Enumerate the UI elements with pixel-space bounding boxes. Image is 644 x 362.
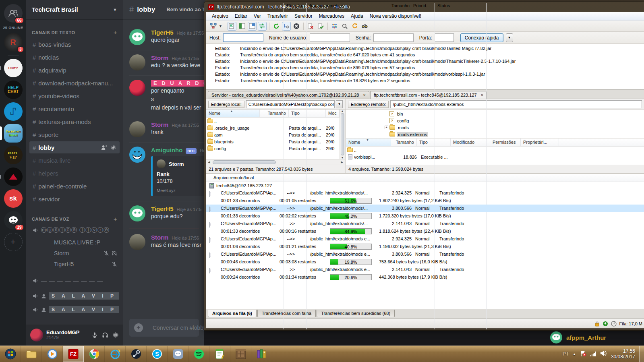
queue-item[interactable]: C:\Users\EduardoMGP\Ap... -->> /public_h…: [206, 220, 644, 235]
server-icon-helpchat[interactable]: HELP CHAT: [4, 81, 23, 99]
cancel-operation-icon[interactable]: [292, 22, 301, 31]
server-icon-techcraft[interactable]: TechCraft Brasil: [4, 124, 23, 143]
file-row[interactable]: .oracle_jre_usage Pasta de arqui... 29/0: [206, 124, 340, 131]
taskbar-chrome[interactable]: [84, 346, 105, 362]
column-header[interactable]: Tamanho: [260, 110, 289, 117]
channel-item[interactable]: # recrutamento: [29, 103, 120, 115]
server-icon-pixelvip[interactable]: PIXEL VIP: [4, 146, 23, 164]
column-header[interactable]: Modificado: [451, 139, 490, 146]
local-address-input[interactable]: C:\Users\EduardoMGP\Desktop\backup cor: [246, 100, 335, 108]
server-icon-triangle[interactable]: [4, 168, 23, 186]
message-author[interactable]: TigerH5: [151, 29, 174, 36]
find-files-icon[interactable]: [360, 22, 369, 31]
queue-tab-failed[interactable]: Transferências com falha: [257, 310, 316, 317]
taskbar-internet-explorer[interactable]: [105, 346, 126, 362]
channel-item[interactable]: # musica-livre: [29, 154, 120, 166]
channel-item[interactable]: # adquiravip: [29, 64, 120, 76]
close-tab-icon[interactable]: ×: [363, 93, 365, 97]
guild-header[interactable]: TechCraft Brasil ▼: [26, 0, 123, 19]
file-row[interactable]: ..: [346, 147, 644, 153]
menu-item[interactable]: Servidor: [291, 12, 316, 20]
encryption-status-icon[interactable]: [603, 321, 609, 327]
avatar[interactable]: [129, 147, 145, 163]
channel-item[interactable]: # youtube-videos: [29, 90, 120, 102]
message-author[interactable]: Storm: [151, 234, 168, 241]
synchronized-browsing-icon[interactable]: [350, 22, 359, 31]
quickconnect-button[interactable]: Conexão rápida: [460, 33, 503, 42]
menu-item[interactable]: Nova versão disponível!: [367, 12, 425, 20]
taskbar-filezilla[interactable]: FZ: [63, 346, 84, 362]
volume-icon[interactable]: [600, 350, 607, 358]
queue-tab-successful[interactable]: Transferências bem sucedidas (68): [317, 310, 395, 317]
menu-item[interactable]: Ver: [251, 12, 264, 20]
voice-channel-salavip-1[interactable]: S A L A V I P: [29, 290, 120, 302]
queue-item[interactable]: C:\Users\EduardoMGP\Ap... -->> /public_h…: [206, 205, 644, 220]
toggle-log-icon[interactable]: [228, 22, 236, 31]
column-header[interactable]: Status: [437, 2, 450, 9]
server-icon-record[interactable]: R 3: [4, 33, 23, 52]
user-avatar[interactable]: [30, 329, 43, 341]
file-row[interactable]: asm Pasta de arqui... 29/0: [206, 131, 340, 138]
taskbar-spotify[interactable]: [188, 346, 209, 362]
queue-tab-files[interactable]: Arquivos na fila (6): [208, 310, 257, 317]
site-manager-dropdown[interactable]: ▼: [219, 24, 222, 28]
avatar[interactable]: [129, 205, 145, 221]
settings-gear-icon[interactable]: [112, 332, 119, 338]
channel-item[interactable]: # servidor: [29, 193, 120, 205]
column-header[interactable]: Tipo: [417, 139, 451, 146]
avatar[interactable]: [129, 54, 145, 70]
column-header[interactable]: ▼Nome: [346, 139, 391, 146]
column-header[interactable]: Moc: [326, 110, 340, 117]
show-hidden-icons[interactable]: ▲: [573, 352, 576, 356]
disconnect-icon[interactable]: [306, 22, 315, 31]
channel-item[interactable]: # noticias: [29, 51, 120, 63]
start-button[interactable]: [0, 346, 21, 362]
message-author[interactable]: Storm: [151, 54, 168, 61]
avatar[interactable]: [129, 80, 145, 96]
local-address-dropdown[interactable]: ▼: [336, 100, 343, 108]
taskbar-skype[interactable]: S: [147, 346, 168, 362]
channel-item[interactable]: # helpers: [29, 167, 120, 179]
server-icon-discord[interactable]: 19: [4, 211, 23, 230]
close-tab-icon[interactable]: ×: [481, 93, 483, 97]
file-row[interactable]: vorbisspi... 18.826 Executable ...: [346, 153, 644, 160]
refresh-icon[interactable]: [272, 22, 281, 31]
voice-channel-musica[interactable]: ⓜⓤⓢⓘⓒⓐ ⓛⓘⓥⓡⓔ: [29, 225, 120, 236]
file-row[interactable]: ..: [206, 118, 340, 124]
speed-limit-icon[interactable]: [611, 321, 617, 327]
language-indicator[interactable]: PT: [563, 351, 569, 357]
tree-item[interactable]: ?config: [346, 117, 644, 124]
taskbar-explorer[interactable]: [21, 346, 42, 362]
message-author[interactable]: TigerH5: [151, 205, 174, 212]
port-input[interactable]: [435, 33, 454, 42]
column-header[interactable]: Arquivo remoto: [309, 2, 340, 9]
taskbar-winrar[interactable]: [251, 346, 272, 362]
queue-server-row[interactable]: techc845@192.185.223.127: [206, 182, 644, 189]
mic-icon[interactable]: [91, 332, 98, 338]
menu-item[interactable]: Editar: [232, 12, 251, 20]
filter-icon[interactable]: [330, 22, 339, 31]
queue-item[interactable]: C:\Users\EduardoMGP\Ap... -->> /public_h…: [206, 266, 644, 281]
tree-item-selected[interactable]: mods externos: [346, 131, 644, 138]
server-icon-unity[interactable]: UNITY: [4, 59, 23, 77]
column-header[interactable]: Direção: [287, 2, 302, 9]
toggle-local-tree-icon[interactable]: [238, 22, 246, 31]
column-header[interactable]: ▲Nome: [206, 110, 260, 117]
voice-member[interactable]: MUSICA LIVRE :P: [26, 237, 123, 248]
menu-item[interactable]: Ajuda: [348, 12, 367, 20]
voice-member[interactable]: TigerH5: [26, 259, 123, 269]
channel-item[interactable]: # lobby: [29, 141, 120, 153]
column-header[interactable]: Tipo: [289, 110, 326, 117]
add-voice-channel-icon[interactable]: +: [114, 215, 117, 222]
toggle-remote-tree-icon[interactable]: [248, 22, 257, 31]
server-icon-sk[interactable]: sk: [4, 189, 23, 208]
tree-item[interactable]: +mods: [346, 124, 644, 131]
headphones-icon[interactable]: [102, 332, 108, 338]
column-header[interactable]: Priorid...: [413, 2, 430, 9]
friends-icon[interactable]: 66: [4, 4, 23, 23]
add-channel-icon[interactable]: +: [114, 29, 117, 36]
message-author[interactable]: Amiguinho: [151, 147, 182, 153]
host-input[interactable]: [223, 33, 263, 42]
sync-browsing-icon[interactable]: [258, 22, 267, 31]
column-header[interactable]: Permissões: [490, 139, 521, 146]
